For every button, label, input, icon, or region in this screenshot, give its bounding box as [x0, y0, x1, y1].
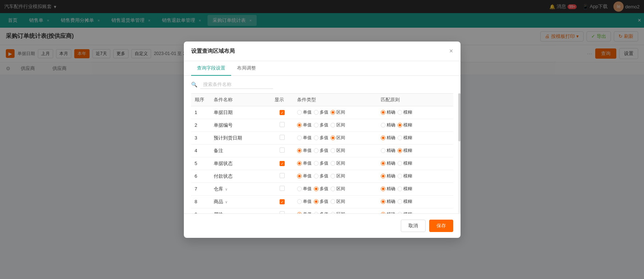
modal-header: 设置查询区域布局 × [184, 42, 461, 61]
settings-modal: 设置查询区域布局 × 查询字段设置 布局调整 🔍 顺序 条件名称 显示 [184, 42, 461, 75]
modal-close-button[interactable]: × [449, 47, 453, 55]
modal-tabs: 查询字段设置 布局调整 [184, 61, 461, 75]
modal-overlay[interactable]: 设置查询区域布局 × 查询字段设置 布局调整 🔍 顺序 条件名称 显示 [0, 0, 644, 75]
tab-query-fields[interactable]: 查询字段设置 [191, 61, 231, 75]
tab-layout-adjust[interactable]: 布局调整 [231, 61, 262, 75]
modal-title: 设置查询区域布局 [191, 48, 235, 55]
